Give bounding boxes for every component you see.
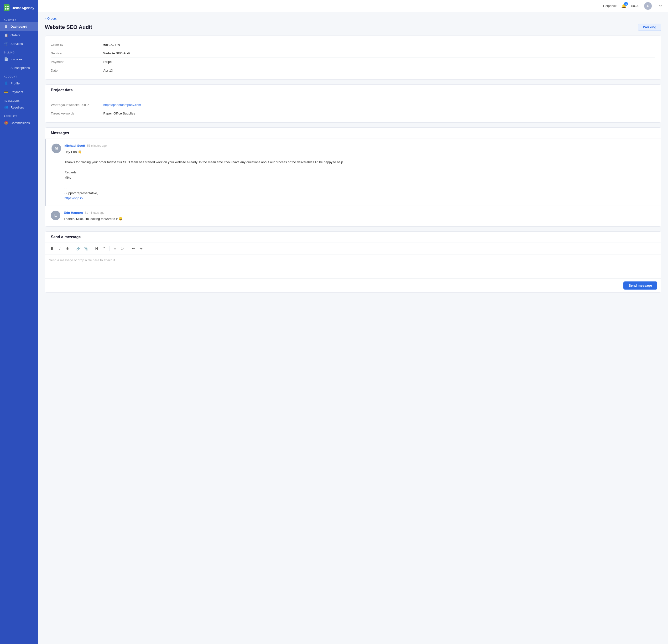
project-data-value[interactable]: https://papercompany.com	[103, 103, 141, 107]
message-text: Thanks, Mike, I'm looking forward to it …	[64, 216, 655, 221]
send-message-section: Send a message BIS🔗📎H"≡1≡↩↪ Send a messa…	[45, 231, 661, 293]
message-avatar: E	[51, 211, 60, 220]
toolbar-btn-italic[interactable]: I	[57, 245, 63, 252]
sidebar-item-profile[interactable]: 👤Profile	[0, 79, 38, 88]
messages-list: MMichael Scott55 minutes agoHey Erin 👋Th…	[45, 139, 661, 226]
sidebar-nav: ACTIVITY⊞Dashboard📋Orders🛒ServicesBILLIN…	[0, 15, 38, 127]
toolbar-divider	[91, 246, 91, 251]
page-content: ‹ Orders Website SEO Audit Working Order…	[38, 12, 668, 644]
send-message-button[interactable]: Send message	[623, 281, 657, 290]
svg-rect-3	[7, 8, 9, 10]
message-line: Regards,	[64, 170, 77, 174]
message-sender: Erin Hannon	[64, 211, 83, 214]
send-message-header: Send a message	[45, 232, 661, 243]
project-data-row: Target keywordsPaper, Office Supplies	[51, 109, 655, 118]
payment-icon: 💳	[4, 90, 8, 94]
toolbar-btn-link[interactable]: 🔗	[75, 245, 81, 252]
breadcrumb[interactable]: ‹ Orders	[45, 17, 661, 20]
breadcrumb-parent: Orders	[47, 17, 57, 20]
order-info-value: #8F1A27F9	[103, 43, 120, 46]
username-label[interactable]: Erin	[656, 4, 662, 7]
message-time: 51 minutes ago	[85, 211, 104, 214]
sidebar-item-invoices[interactable]: 📄Invoices	[0, 55, 38, 63]
message-avatar: M	[51, 143, 61, 153]
sidebar-item-services[interactable]: 🛒Services	[0, 39, 38, 48]
sidebar-item-label-invoices: Invoices	[11, 58, 22, 61]
page-header: Website SEO Audit Working	[45, 24, 661, 31]
message-line: Thanks for placing your order today! Our…	[64, 160, 344, 164]
sidebar-item-orders[interactable]: 📋Orders	[0, 31, 38, 39]
logo-icon	[4, 4, 10, 11]
user-avatar[interactable]: E	[644, 2, 652, 10]
message-item: EErin Hannon51 minutes agoThanks, Mike, …	[45, 206, 661, 226]
message-header: Erin Hannon51 minutes ago	[64, 211, 655, 214]
message-link[interactable]: https://spp.io	[64, 196, 83, 200]
editor-area[interactable]: Send a message or drop a file here to at…	[45, 255, 661, 278]
sidebar-item-payment[interactable]: 💳Payment	[0, 88, 38, 96]
sidebar-item-subscriptions[interactable]: ⊟Subscriptions	[0, 63, 38, 72]
sidebar-section-label-activity: ACTIVITY	[0, 15, 38, 22]
toolbar-btn-quote[interactable]: "	[101, 245, 108, 252]
order-info-label: Date	[51, 69, 103, 72]
sidebar-item-label-profile: Profile	[11, 81, 19, 85]
dashboard-icon: ⊞	[4, 24, 8, 29]
sidebar-item-label-orders: Orders	[11, 33, 20, 37]
sidebar-item-resellers[interactable]: 👥Resellers	[0, 103, 38, 112]
toolbar-btn-attachment[interactable]: 📎	[82, 245, 89, 252]
orders-icon: 📋	[4, 33, 8, 37]
sidebar-item-dashboard[interactable]: ⊞Dashboard	[0, 22, 38, 31]
status-badge: Working	[638, 24, 661, 31]
app-logo[interactable]: DemoAgency	[0, 0, 38, 15]
breadcrumb-chevron: ‹	[45, 17, 46, 20]
message-line: Mike	[64, 176, 71, 179]
project-data-value: Paper, Office Supplies	[103, 112, 135, 115]
project-data-card: Project data What's your website URL?htt…	[45, 85, 661, 123]
message-line: Support representative,	[64, 191, 98, 195]
sidebar-item-label-services: Services	[11, 42, 23, 46]
project-data-row: What's your website URL?https://papercom…	[51, 101, 655, 109]
message-text: Hey Erin 👋Thanks for placing your order …	[64, 149, 655, 201]
invoices-icon: 📄	[4, 57, 8, 61]
message-sender: Michael Scott	[64, 144, 85, 148]
svg-rect-1	[7, 6, 9, 7]
page-title: Website SEO Audit	[45, 24, 92, 30]
notification-badge: 1	[624, 2, 628, 6]
message-body: Erin Hannon51 minutes agoThanks, Mike, I…	[64, 211, 655, 221]
order-info-label: Service	[51, 51, 103, 55]
sidebar-section-label-account: ACCOUNT	[0, 72, 38, 79]
commissions-icon: 🎁	[4, 121, 8, 125]
message-line: --	[64, 186, 66, 189]
account-balance[interactable]: $0.00	[631, 4, 639, 7]
order-info-value: Stripe	[103, 60, 112, 64]
order-info-row: PaymentStripe	[51, 58, 655, 66]
resellers-icon: 👥	[4, 105, 8, 109]
toolbar-btn-bullet-list[interactable]: ≡	[112, 245, 118, 252]
sidebar-item-label-subscriptions: Subscriptions	[11, 66, 30, 70]
services-icon: 🛒	[4, 42, 8, 46]
toolbar-btn-redo[interactable]: ↪	[138, 245, 145, 252]
toolbar-divider	[109, 246, 110, 251]
toolbar-btn-strikethrough[interactable]: S	[64, 245, 71, 252]
order-info-label: Order ID	[51, 43, 103, 46]
sidebar-section-label-resellers: RESELLERS	[0, 96, 38, 103]
toolbar-btn-heading[interactable]: H	[93, 245, 100, 252]
topnav: Helpdesk 🔔 1 $0.00 E Erin	[38, 0, 668, 12]
toolbar-btn-ordered-list[interactable]: 1≡	[119, 245, 126, 252]
notifications-bell[interactable]: 🔔 1	[621, 3, 626, 9]
helpdesk-link[interactable]: Helpdesk	[603, 4, 617, 7]
message-body: Michael Scott55 minutes agoHey Erin 👋Tha…	[64, 143, 655, 201]
order-info-value: Website SEO Audit	[103, 51, 131, 55]
project-data-label: What's your website URL?	[51, 103, 103, 107]
sidebar-item-label-resellers: Resellers	[11, 106, 24, 109]
toolbar-divider	[128, 246, 128, 251]
messages-card: Messages MMichael Scott55 minutes agoHey…	[45, 127, 661, 227]
order-info-card: Order ID#8F1A27F9ServiceWebsite SEO Audi…	[45, 35, 661, 80]
message-header: Michael Scott55 minutes ago	[64, 143, 655, 148]
sidebar-section-label-billing: BILLING	[0, 48, 38, 55]
toolbar-btn-bold[interactable]: B	[49, 245, 56, 252]
message-time: 55 minutes ago	[87, 144, 107, 148]
order-info-row: DateApr 13	[51, 66, 655, 75]
message-line: Hey Erin 👋	[64, 150, 82, 154]
sidebar-item-commissions[interactable]: 🎁Commissions	[0, 119, 38, 127]
toolbar-btn-undo[interactable]: ↩	[130, 245, 137, 252]
